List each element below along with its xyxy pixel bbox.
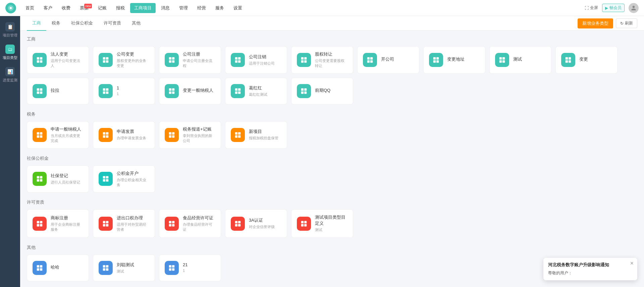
card-测试项目类型目定义[interactable]: 测试项目类型目定义 测试 <box>291 209 353 237</box>
svg-rect-42 <box>103 91 105 94</box>
svg-rect-57 <box>40 132 42 134</box>
card-icon <box>561 53 575 67</box>
card-info: 食品经营许可证 办理食品经营许可证 <box>183 215 215 232</box>
card-拉拉[interactable]: 拉拉 <box>27 78 89 104</box>
card-申请一般纳税人[interactable]: 申请一般纳税人 当月或次月成变更完成 <box>27 121 89 149</box>
svg-rect-106 <box>103 268 105 271</box>
nav-item-报税[interactable]: 报税 <box>112 3 129 13</box>
nav-item-设置[interactable]: 设置 <box>229 3 246 13</box>
sidebar-item-进度监测[interactable]: 📊 进度监测 <box>0 64 20 86</box>
sidebar-item-项目管理[interactable]: 📋 项目管理 <box>0 19 20 41</box>
card-商标注册[interactable]: 商标注册 用于企业商标注册服务 <box>27 209 89 237</box>
card-公司注销[interactable]: 公司注销 适用于注销公司 <box>225 46 287 74</box>
card-name: 测试 <box>513 56 522 62</box>
card-icon <box>363 53 377 67</box>
card-icon <box>231 217 245 231</box>
card-公司注册[interactable]: 公司注册 申请公司注册全流程 <box>159 46 221 74</box>
nav-item-管理[interactable]: 管理 <box>175 3 192 13</box>
nav-item-服务[interactable]: 服务 <box>211 3 228 13</box>
tab-工商[interactable]: 工商 <box>27 16 46 31</box>
nav-item-消息[interactable]: 消息 <box>157 3 174 13</box>
card-icon <box>99 128 113 142</box>
card-公司变更[interactable]: 公司变更 股权变更外的业务变更 <box>93 46 155 74</box>
card-name: 法人变更 <box>51 51 83 57</box>
svg-rect-44 <box>169 88 171 91</box>
card-开公司[interactable]: 开公司 <box>357 46 419 74</box>
card-变更一般纳税人[interactable]: 变更一般纳税人 <box>159 78 221 104</box>
card-info: 新项目 报税加税控盘保管 <box>249 129 278 141</box>
card-测试[interactable]: 测试 <box>489 46 551 74</box>
card-进出口权办理[interactable]: 进出口权办理 适用于对外贸易经营者 <box>93 209 155 237</box>
card-info: 税务报道+记账 拿到营业执照的新公司 <box>183 126 215 144</box>
svg-rect-103 <box>40 268 42 271</box>
nav-item-记账[interactable]: 记账 <box>94 3 111 13</box>
card-葛红红[interactable]: 葛红红 葛红红测试 <box>225 78 287 104</box>
svg-rect-91 <box>172 224 174 226</box>
card-grid-工商: 法人变更 适用于公司变更法人 公司变更 股权变更外的业务变更 <box>27 46 637 104</box>
svg-rect-53 <box>304 88 307 91</box>
card-社保登记[interactable]: 社保登记 进行人员社保登记 <box>27 165 89 193</box>
card-3A认证[interactable]: 3A认证 对企业信誉评级 <box>225 209 287 237</box>
nav-item-经营[interactable]: 经营 <box>193 3 210 13</box>
card-前期QQ[interactable]: 前期QQ <box>291 78 353 104</box>
nav-item-收费[interactable]: 收费 <box>58 3 74 13</box>
svg-rect-73 <box>40 176 42 178</box>
card-公积金开户[interactable]: 公积金开户 办理公积金相关业务 <box>93 165 155 193</box>
app-logo[interactable] <box>5 3 16 13</box>
notification-close-button[interactable]: ✕ <box>630 261 634 266</box>
svg-rect-26 <box>433 60 436 63</box>
fullscreen-button[interactable]: ⛶ 全屏 <box>585 5 598 11</box>
section-title-工商: 工商 <box>27 36 637 42</box>
card-变更地址[interactable]: 变更地址 <box>423 46 485 74</box>
svg-rect-9 <box>172 57 174 60</box>
tab-税务[interactable]: 税务 <box>46 16 66 31</box>
card-desc: 1 <box>183 268 187 273</box>
card-刘聪测试[interactable]: 刘聪测试 测试 <box>93 255 155 281</box>
card-name: 测试项目类型目定义 <box>315 214 347 226</box>
card-哈哈[interactable]: 哈哈 <box>27 255 89 281</box>
card-name: 拉拉 <box>51 87 59 93</box>
card-法人变更[interactable]: 法人变更 适用于公司变更法人 <box>27 46 89 74</box>
card-desc: 用于企业商标注册服务 <box>51 222 83 232</box>
card-info: 变更地址 <box>447 56 465 63</box>
card-税务报道+记账[interactable]: 税务报道+记账 拿到营业执照的新公司 <box>159 121 221 149</box>
card-name: 变更一般纳税人 <box>183 87 213 93</box>
card-name: 葛红红 <box>249 85 267 91</box>
sidebar-icon: 📊 <box>5 67 15 76</box>
card-变更[interactable]: 变更 <box>555 46 618 74</box>
svg-rect-28 <box>499 57 502 60</box>
nav-item-客户[interactable]: 客户 <box>40 3 56 13</box>
svg-rect-66 <box>169 135 171 138</box>
card-申请发票[interactable]: 申请发票 办理申请发票业务 <box>93 121 155 149</box>
refresh-label: 刷新 <box>625 20 633 26</box>
card-desc: 1 <box>117 91 119 96</box>
svg-rect-24 <box>433 57 436 60</box>
nav-item-工商项目[interactable]: 工商项目 <box>130 3 156 13</box>
card-desc: 适用于注销公司 <box>249 61 275 66</box>
tab-其他[interactable]: 其他 <box>126 16 146 31</box>
svg-rect-107 <box>106 268 108 271</box>
svg-rect-45 <box>172 88 174 91</box>
refresh-icon: ↻ <box>620 21 624 26</box>
card-icon <box>99 53 113 67</box>
nav-item-票据[interactable]: 票据new <box>76 3 93 13</box>
card-新项目[interactable]: 新项目 报税加税控盘保管 <box>225 121 287 149</box>
tab-许可资质[interactable]: 许可资质 <box>98 16 126 31</box>
svg-rect-21 <box>370 57 373 60</box>
card-grid-社保公积金: 社保登记 进行人员社保登记 公积金开户 办理公积金相关业务 <box>27 165 637 193</box>
nav-item-首页[interactable]: 首页 <box>21 3 38 13</box>
tab-社保公积金[interactable]: 社保公积金 <box>66 16 98 31</box>
section-title-许可资质: 许可资质 <box>27 199 637 205</box>
card-股权转让[interactable]: 股权转让 公司变更需要股权转让 <box>291 46 353 74</box>
svg-rect-20 <box>367 57 370 60</box>
add-business-type-button[interactable]: 新增业务类型 <box>578 18 613 28</box>
card-1[interactable]: 1 1 <box>93 78 155 104</box>
member-button[interactable]: ▶ 畅会员 <box>602 4 625 12</box>
card-info: 拉拉 <box>51 87 59 94</box>
user-avatar[interactable] <box>629 3 639 13</box>
card-食品经营许可证[interactable]: 食品经营许可证 办理食品经营许可证 <box>159 209 221 237</box>
refresh-button[interactable]: ↻ 刷新 <box>616 18 637 28</box>
sidebar-item-项目类型[interactable]: 🗂 项目类型 <box>0 41 20 64</box>
card-info: 变更 <box>579 56 588 63</box>
card-21[interactable]: 21 1 <box>159 255 221 281</box>
